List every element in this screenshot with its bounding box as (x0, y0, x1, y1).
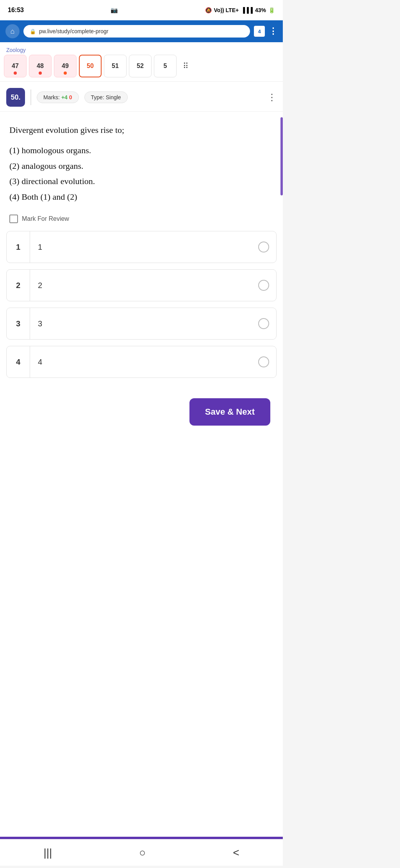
option-radio-4[interactable] (258, 356, 269, 367)
browser-menu-button[interactable]: ⋮ (269, 26, 277, 36)
option-radio-2[interactable] (258, 280, 269, 291)
nav-home-button[interactable]: ○ (127, 843, 157, 863)
grid-icon: ⠿ (183, 61, 189, 71)
main-content: Zoology 47 48 49 50 51 52 5 ⠿ (0, 42, 283, 837)
option-label-1: 1 (30, 243, 258, 252)
browser-bar: ⌂ 🔒 pw.live/study/complete-progr 4 ⋮ (0, 20, 283, 42)
subject-label: Zoology (0, 42, 283, 55)
question-tab-5[interactable]: 5 (154, 55, 177, 77)
option-text-3: (3) directional evolution. (9, 174, 273, 189)
option-radio-3[interactable] (258, 318, 269, 329)
status-time: 16:53 (8, 7, 24, 14)
home-icon: ⌂ (11, 27, 15, 36)
mark-review-checkbox[interactable] (9, 215, 18, 223)
question-tab-50[interactable]: 50 (79, 55, 102, 77)
answer-option-2[interactable]: 2 2 (6, 269, 277, 301)
option-label-3: 3 (30, 319, 258, 328)
battery-icon: 🔋 (268, 7, 275, 13)
mark-review-label: Mark For Review (22, 215, 69, 222)
question-text: Divergent evolution gives rise to; (9, 123, 273, 136)
answer-option-4[interactable]: 4 4 (6, 346, 277, 378)
option-text-2: (2) analogous organs. (9, 158, 273, 174)
answered-dot (39, 72, 42, 75)
question-header: 50. Marks: +4 0 Type: Single ⋮ (0, 82, 283, 112)
answer-option-1[interactable]: 1 1 (6, 231, 277, 263)
scroll-indicator (280, 117, 283, 195)
browser-tab-count[interactable]: 4 (254, 26, 265, 37)
url-text: pw.live/study/complete-progr (39, 28, 108, 34)
nav-menu-button[interactable]: ||| (32, 843, 64, 863)
menu-lines-icon: ||| (43, 847, 52, 859)
question-tabs-container: 47 48 49 50 51 52 5 ⠿ (0, 55, 283, 82)
answer-options-container: 1 1 2 2 3 3 4 4 (0, 231, 283, 384)
signal-icon: 🔕 (205, 7, 212, 13)
battery-label: 43% (255, 7, 266, 13)
back-icon: < (233, 847, 239, 859)
status-right: 🔕 Vo)) LTE+ ▐▐▐ 43% 🔋 (205, 7, 275, 13)
question-tab-47[interactable]: 47 (4, 55, 27, 77)
browser-url-bar[interactable]: 🔒 pw.live/study/complete-progr (23, 25, 250, 38)
question-number-badge: 50. (6, 88, 25, 107)
type-badge: Type: Single (84, 91, 128, 103)
option-number-4: 4 (7, 346, 30, 378)
option-number-3: 3 (7, 308, 30, 339)
question-tab-52[interactable]: 52 (129, 55, 152, 77)
status-icon: 📷 (111, 7, 118, 14)
signal-bars: ▐▐▐ (241, 7, 253, 13)
question-options: (1) homologous organs. (2) analogous org… (9, 143, 273, 204)
option-text-4: (4) Both (1) and (2) (9, 189, 273, 205)
question-tab-49[interactable]: 49 (54, 55, 77, 77)
question-more-button[interactable]: ⋮ (267, 92, 277, 103)
circle-icon: ○ (139, 847, 146, 859)
status-bar: 16:53 📷 🔕 Vo)) LTE+ ▐▐▐ 43% 🔋 (0, 0, 283, 20)
option-label-4: 4 (30, 358, 258, 367)
network-label: Vo)) LTE+ (214, 7, 239, 13)
option-label-2: 2 (30, 281, 258, 290)
question-tab-51[interactable]: 51 (104, 55, 127, 77)
question-body: Divergent evolution gives rise to; (1) h… (0, 112, 283, 211)
question-tab-48[interactable]: 48 (29, 55, 52, 77)
mark-for-review-row: Mark For Review (0, 211, 283, 231)
option-number-1: 1 (7, 231, 30, 263)
option-radio-1[interactable] (258, 242, 269, 252)
browser-home-button[interactable]: ⌂ (5, 24, 20, 38)
bottom-nav: ||| ○ < (0, 839, 283, 866)
answered-dot (64, 72, 67, 75)
lock-icon: 🔒 (30, 29, 36, 34)
answered-dot (14, 72, 17, 75)
question-divider (30, 89, 31, 105)
nav-back-button[interactable]: < (221, 843, 251, 863)
marks-badge: Marks: +4 0 (37, 91, 79, 103)
option-text-1: (1) homologous organs. (9, 143, 273, 158)
save-next-button[interactable]: Save & Next (189, 398, 270, 426)
answer-option-3[interactable]: 3 3 (6, 308, 277, 340)
tabs-grid-button[interactable]: ⠿ (179, 59, 192, 73)
option-number-2: 2 (7, 270, 30, 301)
